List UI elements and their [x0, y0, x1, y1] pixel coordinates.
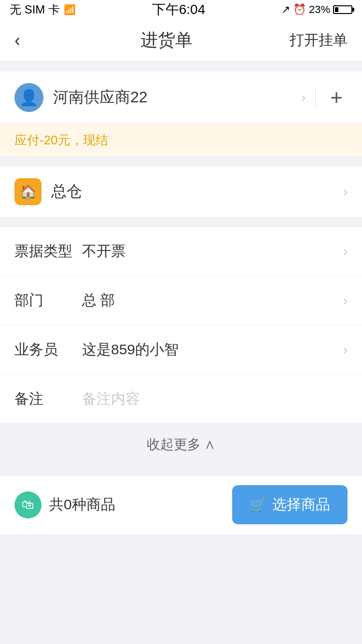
open-pending-button[interactable]: 打开挂单 [290, 30, 348, 50]
status-left: 无 SIM 卡 📶 [10, 2, 76, 17]
nav-bar: ‹ 进货单 打开挂单 [0, 19, 362, 62]
goods-count-row: 🛍 共0种商品 [14, 491, 115, 518]
warehouse-icon: 🏠 [20, 184, 37, 200]
goods-count-label: 共0种商品 [49, 495, 115, 515]
supplier-name: 河南供应商22 [53, 87, 301, 108]
status-time: 下午6:04 [152, 0, 206, 19]
select-goods-button[interactable]: 🛒 选择商品 [232, 485, 348, 524]
supplier-section: 👤 河南供应商22 › + 应付-20元，现结 [0, 71, 362, 157]
page-title: 进货单 [140, 28, 193, 52]
warehouse-section: 🏠 总仓 › [0, 167, 362, 217]
label-salesperson: 业务员 [14, 340, 82, 360]
warehouse-chevron-icon: › [343, 184, 348, 199]
warehouse-icon-container: 🏠 [14, 178, 42, 205]
status-right: ↗ ⏰ 23% [281, 3, 352, 16]
form-row-salesperson[interactable]: 业务员 这是859的小智 › [0, 325, 362, 374]
invoice-chevron-icon: › [343, 244, 348, 259]
form-row-department[interactable]: 部门 总 部 › [0, 276, 362, 325]
wifi-icon: 📶 [64, 4, 76, 15]
avatar-icon: 👤 [19, 88, 39, 107]
gap-4 [0, 465, 362, 475]
add-button[interactable]: + [325, 85, 348, 110]
cart-icon: 🛒 [250, 497, 266, 513]
location-icon: ↗ [281, 3, 290, 16]
back-button[interactable]: ‹ [14, 30, 43, 51]
salesperson-chevron-icon: › [343, 342, 348, 358]
label-department: 部门 [14, 291, 82, 310]
form-section: 票据类型 不开票 › 部门 总 部 › 业务员 这是859的小智 › 备注 备注… [0, 226, 362, 423]
avatar: 👤 [14, 83, 43, 112]
form-row-invoice[interactable]: 票据类型 不开票 › [0, 226, 362, 276]
gap-3 [0, 217, 362, 226]
shopping-bag-icon: 🛍 [22, 497, 34, 512]
battery-bar [333, 5, 352, 14]
department-chevron-icon: › [343, 293, 348, 308]
label-invoice-type: 票据类型 [14, 241, 82, 261]
supplier-row[interactable]: 👤 河南供应商22 › + [0, 71, 362, 124]
goods-icon-container: 🛍 [14, 491, 42, 518]
alarm-icon: ⏰ [293, 3, 306, 16]
divider [315, 88, 316, 107]
form-row-remark[interactable]: 备注 备注内容 [0, 374, 362, 423]
gap-1 [0, 62, 362, 71]
value-department: 总 部 [82, 291, 343, 310]
warehouse-row[interactable]: 🏠 总仓 › [0, 167, 362, 217]
select-goods-label: 选择商品 [272, 495, 330, 515]
page-body [0, 534, 362, 644]
supplier-chevron-icon: › [301, 90, 306, 105]
notice-bar: 应付-20元，现结 [0, 124, 362, 157]
label-remark: 备注 [14, 389, 82, 409]
bottom-bar: 🛍 共0种商品 🛒 选择商品 [0, 475, 362, 534]
status-bar: 无 SIM 卡 📶 下午6:04 ↗ ⏰ 23% [0, 0, 362, 19]
placeholder-remark[interactable]: 备注内容 [82, 389, 348, 409]
collapse-bar[interactable]: 收起更多 ∧ [0, 423, 362, 465]
battery-percentage: 23% [309, 3, 330, 16]
warehouse-name: 总仓 [51, 181, 343, 202]
value-invoice-type: 不开票 [82, 241, 343, 261]
gap-2 [0, 157, 362, 167]
carrier-text: 无 SIM 卡 [10, 2, 60, 17]
value-salesperson: 这是859的小智 [82, 340, 343, 360]
